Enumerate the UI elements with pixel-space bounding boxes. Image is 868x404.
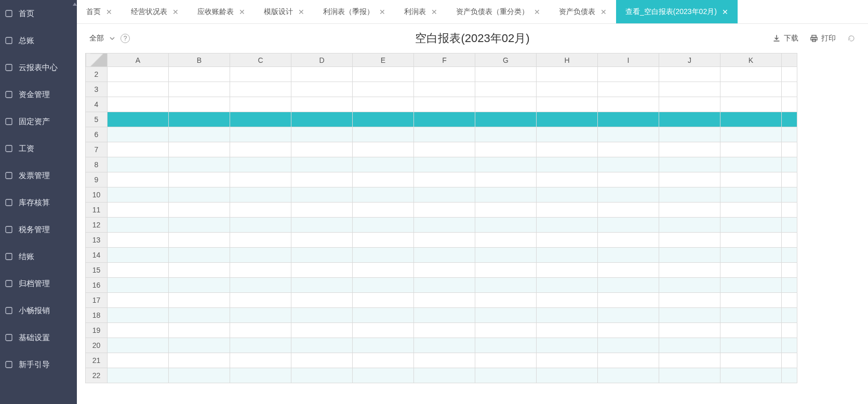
cell-A4[interactable]	[108, 97, 169, 112]
cell-I13[interactable]	[598, 233, 659, 248]
cell-C19[interactable]	[230, 323, 291, 338]
cell-F11[interactable]	[414, 203, 475, 218]
close-icon[interactable]: ✕	[172, 8, 179, 16]
cell-extra-21[interactable]	[782, 353, 797, 368]
sidebar-item-5[interactable]: 工资	[0, 135, 77, 162]
cell-A7[interactable]	[108, 142, 169, 157]
cell-D7[interactable]	[291, 142, 353, 157]
cell-J2[interactable]	[659, 67, 720, 82]
cell-D8[interactable]	[291, 157, 353, 172]
cell-G14[interactable]	[475, 248, 537, 263]
cell-E16[interactable]	[353, 278, 414, 293]
cell-G5[interactable]	[475, 112, 537, 127]
cell-B18[interactable]	[169, 308, 230, 323]
cell-H5[interactable]	[537, 112, 598, 127]
cell-B19[interactable]	[169, 323, 230, 338]
cell-B8[interactable]	[169, 157, 230, 172]
cell-D2[interactable]	[291, 67, 353, 82]
cell-H10[interactable]	[537, 187, 598, 203]
cell-I21[interactable]	[598, 353, 659, 368]
cell-K18[interactable]	[720, 308, 782, 323]
row-header-11[interactable]: 11	[86, 203, 108, 218]
cell-C22[interactable]	[230, 368, 291, 383]
row-header-12[interactable]: 12	[86, 218, 108, 233]
cell-D9[interactable]	[291, 172, 353, 187]
cell-F7[interactable]	[414, 142, 475, 157]
cell-K8[interactable]	[720, 157, 782, 172]
cell-C20[interactable]	[230, 338, 291, 353]
cell-A16[interactable]	[108, 278, 169, 293]
cell-B21[interactable]	[169, 353, 230, 368]
cell-extra-22[interactable]	[782, 368, 797, 383]
cell-K12[interactable]	[720, 218, 782, 233]
col-header-extra[interactable]	[782, 53, 797, 67]
cell-D14[interactable]	[291, 248, 353, 263]
cell-H18[interactable]	[537, 308, 598, 323]
cell-I22[interactable]	[598, 368, 659, 383]
cell-extra-9[interactable]	[782, 172, 797, 187]
cell-H11[interactable]	[537, 203, 598, 218]
cell-J6[interactable]	[659, 127, 720, 142]
row-header-8[interactable]: 8	[86, 157, 108, 172]
cell-C21[interactable]	[230, 353, 291, 368]
refresh-button[interactable]	[847, 34, 856, 43]
cell-A11[interactable]	[108, 203, 169, 218]
col-header-K[interactable]: K	[720, 53, 782, 67]
cell-F6[interactable]	[414, 127, 475, 142]
cell-D11[interactable]	[291, 203, 353, 218]
sidebar-item-1[interactable]: 总账	[0, 27, 77, 54]
cell-G3[interactable]	[475, 82, 537, 97]
cell-extra-16[interactable]	[782, 278, 797, 293]
cell-G13[interactable]	[475, 233, 537, 248]
sidebar-item-4[interactable]: 固定资产	[0, 108, 77, 135]
cell-I12[interactable]	[598, 218, 659, 233]
print-button[interactable]: 打印	[810, 34, 836, 43]
cell-B15[interactable]	[169, 263, 230, 278]
cell-B16[interactable]	[169, 278, 230, 293]
cell-F18[interactable]	[414, 308, 475, 323]
cell-D10[interactable]	[291, 187, 353, 203]
cell-C9[interactable]	[230, 172, 291, 187]
cell-H7[interactable]	[537, 142, 598, 157]
cell-I4[interactable]	[598, 97, 659, 112]
cell-J22[interactable]	[659, 368, 720, 383]
cell-K16[interactable]	[720, 278, 782, 293]
col-header-D[interactable]: D	[291, 53, 353, 67]
cell-K21[interactable]	[720, 353, 782, 368]
cell-F15[interactable]	[414, 263, 475, 278]
cell-A9[interactable]	[108, 172, 169, 187]
cell-extra-18[interactable]	[782, 308, 797, 323]
cell-I10[interactable]	[598, 187, 659, 203]
cell-J20[interactable]	[659, 338, 720, 353]
filter-dropdown[interactable]: 全部 ?	[89, 34, 130, 43]
cell-C13[interactable]	[230, 233, 291, 248]
cell-H14[interactable]	[537, 248, 598, 263]
cell-K10[interactable]	[720, 187, 782, 203]
cell-J11[interactable]	[659, 203, 720, 218]
cell-J8[interactable]	[659, 157, 720, 172]
cell-F13[interactable]	[414, 233, 475, 248]
spreadsheet[interactable]: ABCDEFGHIJK23456789101112131415161718192…	[77, 53, 868, 404]
cell-E2[interactable]	[353, 67, 414, 82]
cell-G17[interactable]	[475, 293, 537, 308]
cell-H8[interactable]	[537, 157, 598, 172]
cell-extra-15[interactable]	[782, 263, 797, 278]
cell-K7[interactable]	[720, 142, 782, 157]
cell-J21[interactable]	[659, 353, 720, 368]
cell-E21[interactable]	[353, 353, 414, 368]
cell-C10[interactable]	[230, 187, 291, 203]
cell-G20[interactable]	[475, 338, 537, 353]
cell-A8[interactable]	[108, 157, 169, 172]
cell-F2[interactable]	[414, 67, 475, 82]
cell-A17[interactable]	[108, 293, 169, 308]
cell-I11[interactable]	[598, 203, 659, 218]
cell-J7[interactable]	[659, 142, 720, 157]
cell-K15[interactable]	[720, 263, 782, 278]
cell-D22[interactable]	[291, 368, 353, 383]
sidebar-item-13[interactable]: 新手引导	[0, 351, 77, 378]
cell-H20[interactable]	[537, 338, 598, 353]
cell-E20[interactable]	[353, 338, 414, 353]
cell-C11[interactable]	[230, 203, 291, 218]
cell-I8[interactable]	[598, 157, 659, 172]
cell-F21[interactable]	[414, 353, 475, 368]
